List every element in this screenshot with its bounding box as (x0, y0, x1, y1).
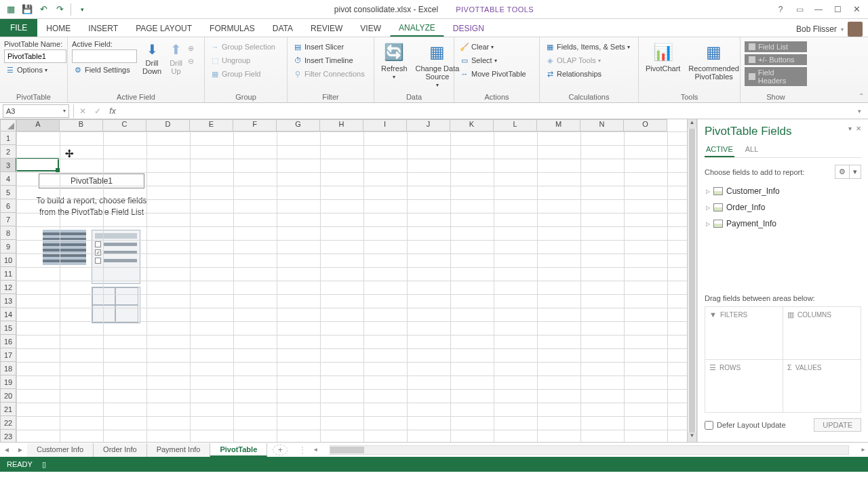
fx-icon[interactable]: fx (105, 104, 120, 118)
rows-area[interactable]: ☰ROWS (705, 360, 783, 413)
row-header[interactable]: 14 (0, 308, 16, 321)
values-area[interactable]: ΣVALUES (783, 360, 861, 413)
sheet-tab[interactable]: Customer Info (27, 443, 94, 457)
column-header[interactable]: G (277, 119, 320, 131)
minimize-icon[interactable]: — (810, 3, 827, 16)
column-header[interactable]: L (494, 119, 537, 131)
group-field-button[interactable]: ▦Group Field (209, 68, 277, 79)
column-header[interactable]: E (190, 119, 233, 131)
pivotchart-button[interactable]: 📊PivotChart (643, 40, 683, 74)
pane-dropdown-icon[interactable]: ▾ (848, 125, 852, 132)
ungroup-button[interactable]: ⬚Ungroup (209, 55, 277, 66)
row-header[interactable]: 15 (0, 321, 16, 335)
selected-cell[interactable] (16, 158, 59, 171)
field-list-toggle[interactable]: Field List (745, 41, 807, 52)
options-button[interactable]: ☰Options ▾ (4, 64, 49, 75)
collapse-field-icon[interactable]: ⊖ (188, 57, 194, 66)
row-header[interactable]: 1 (0, 131, 16, 145)
select-all-cells[interactable] (0, 119, 16, 131)
column-header[interactable]: F (233, 119, 277, 131)
column-header[interactable]: C (103, 119, 146, 131)
row-header[interactable]: 4 (0, 172, 16, 186)
tab-data[interactable]: DATA (264, 20, 302, 37)
filter-connections-button[interactable]: ⚲Filter Connections (292, 68, 366, 79)
pane-tab-all[interactable]: ALL (744, 142, 760, 157)
row-header[interactable]: 7 (0, 213, 16, 226)
ribbon-display-icon[interactable]: ▭ (791, 3, 808, 16)
sheet-tab[interactable]: Payment Info (147, 443, 211, 457)
enter-formula-icon[interactable]: ✓ (90, 104, 105, 118)
field-settings-button[interactable]: ⚙Field Settings (72, 64, 137, 75)
refresh-button[interactable]: 🔄Refresh▾ (378, 40, 410, 81)
tab-insert[interactable]: INSERT (79, 20, 127, 37)
drill-down-button[interactable]: ⬇Drill Down (140, 40, 164, 77)
expand-icon[interactable]: ▷ (706, 188, 710, 195)
row-header[interactable]: 5 (0, 186, 16, 199)
horizontal-scrollbar[interactable]: ⋮ ◄► (298, 445, 868, 455)
sheet-tab[interactable]: Order Info (94, 443, 147, 457)
row-header[interactable]: 16 (0, 335, 16, 348)
field-headers-toggle[interactable]: Field Headers (745, 67, 807, 86)
field-item[interactable]: ▷Payment_Info (705, 216, 861, 232)
column-header[interactable]: H (320, 119, 363, 131)
field-item[interactable]: ▷Order_Info (705, 199, 861, 216)
column-header[interactable]: B (60, 119, 103, 131)
row-header[interactable]: 3 (0, 159, 16, 172)
active-field-input[interactable] (72, 49, 137, 63)
row-header[interactable]: 23 (0, 430, 16, 442)
save-icon[interactable]: 💾 (20, 3, 34, 16)
sheet-nav-prev-icon[interactable]: ◄ (0, 446, 14, 453)
buttons-toggle[interactable]: +/- Buttons (745, 54, 807, 65)
drill-up-button[interactable]: ⬆Drill Up (167, 40, 185, 77)
row-header[interactable]: 21 (0, 403, 16, 416)
row-header[interactable]: 12 (0, 281, 16, 294)
column-header[interactable]: M (537, 119, 580, 131)
defer-layout-checkbox[interactable]: Defer Layout Update (705, 421, 786, 430)
tab-page-layout[interactable]: PAGE LAYOUT (127, 20, 201, 37)
macro-record-icon[interactable]: ▯ (42, 460, 46, 469)
olap-tools-button[interactable]: ◈OLAP Tools ▾ (544, 55, 631, 66)
maximize-icon[interactable]: ☐ (829, 3, 846, 16)
column-header[interactable]: O (624, 119, 667, 131)
redo-icon[interactable]: ↷ (53, 3, 66, 16)
vertical-scrollbar[interactable]: ▲▼ (687, 119, 696, 442)
row-header[interactable]: 2 (0, 145, 16, 159)
pivottable-name-input[interactable] (4, 49, 66, 63)
add-sheet-icon[interactable]: + (273, 445, 288, 455)
undo-icon[interactable]: ↶ (37, 3, 50, 16)
tab-formulas[interactable]: FORMULAS (201, 20, 264, 37)
tab-view[interactable]: VIEW (351, 20, 390, 37)
update-button[interactable]: UPDATE (814, 418, 861, 432)
column-header[interactable]: J (407, 119, 450, 131)
expand-formula-bar-icon[interactable]: ▾ (853, 108, 865, 115)
tab-design[interactable]: DESIGN (444, 20, 493, 37)
tab-file[interactable]: FILE (0, 19, 37, 37)
column-header[interactable]: I (363, 119, 407, 131)
row-header[interactable]: 11 (0, 267, 16, 281)
expand-field-icon[interactable]: ⊕ (188, 44, 194, 53)
clear-button[interactable]: 🧹Clear ▾ (458, 41, 528, 52)
row-header[interactable]: 22 (0, 416, 16, 430)
row-header[interactable]: 13 (0, 294, 16, 308)
column-header[interactable]: K (450, 119, 494, 131)
avatar[interactable] (848, 22, 863, 37)
expand-icon[interactable]: ▷ (706, 221, 710, 227)
sheet-nav-next-icon[interactable]: ► (14, 446, 27, 453)
row-header[interactable]: 6 (0, 199, 16, 213)
name-box[interactable]: A3▾ (3, 104, 69, 118)
pane-tab-active[interactable]: ACTIVE (705, 142, 734, 157)
expand-icon[interactable]: ▷ (706, 205, 710, 211)
cancel-formula-icon[interactable]: ✕ (75, 104, 90, 118)
qat-customize-icon[interactable]: ▾ (75, 3, 89, 16)
collapse-ribbon-icon[interactable]: ⌃ (859, 92, 864, 100)
row-header[interactable]: 20 (0, 389, 16, 403)
group-selection-button[interactable]: →Group Selection (209, 41, 277, 52)
sheet-tab[interactable]: PivotTable (210, 443, 267, 457)
tab-analyze[interactable]: ANALYZE (390, 20, 444, 37)
user-name[interactable]: Bob Flisser (796, 24, 837, 34)
relationships-button[interactable]: ⇄Relationships (544, 68, 631, 79)
row-header[interactable]: 8 (0, 226, 16, 240)
column-header[interactable]: D (146, 119, 190, 131)
help-icon[interactable]: ? (772, 3, 789, 16)
row-header[interactable]: 9 (0, 240, 16, 253)
